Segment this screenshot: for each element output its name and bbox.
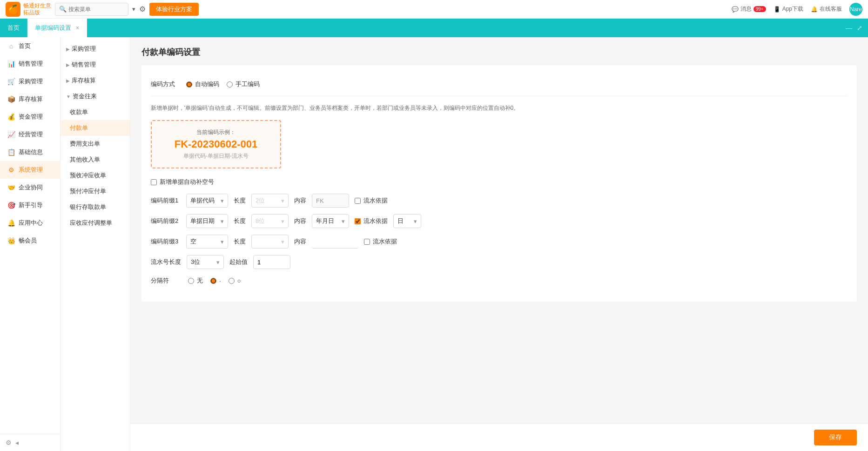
sidebar-bottom: ⚙ ◂ (0, 434, 60, 451)
basic-info-icon: 📋 (7, 148, 15, 156)
separator-dot[interactable]: · (210, 277, 221, 284)
sidebar-item-enterprise[interactable]: 🤝 企业协同 (0, 179, 60, 196)
prefix-3-checkbox-label: 流水依据 (373, 237, 397, 246)
topbar-right: 💬 消息 99+ 📱 App下载 🔔 在线客服 Nare (732, 3, 862, 16)
separator-circle-input[interactable] (229, 278, 235, 284)
prefix-1-length-value: 2位 (256, 196, 265, 205)
sidebar-collapse-btn[interactable]: ◂ (15, 439, 19, 446)
separator-none-label: 无 (197, 276, 203, 285)
prefix-2-checkbox[interactable] (355, 218, 361, 224)
prefix-1-value: 单据代码 (190, 196, 215, 205)
item-receipt[interactable]: 收款单 (61, 104, 130, 120)
content-scrollable: 付款单编码设置 编码方式 自动编码 手工编码 (130, 37, 868, 424)
prefix-1-select[interactable]: 单据代码 (186, 194, 228, 208)
serial-start-label: 起始值 (229, 258, 248, 266)
prefix-2-select[interactable]: 单据日期 (186, 214, 228, 228)
expand-icon[interactable]: ⤢ (857, 24, 862, 32)
sidebar-item-operations[interactable]: 📈 经营管理 (0, 126, 60, 143)
encoding-method-label: 编码方式 (151, 80, 175, 88)
sidebar-item-finance-label: 资金管理 (19, 113, 43, 121)
guide-icon: 🎯 (7, 202, 15, 209)
minimize-icon[interactable]: — (846, 24, 852, 32)
sidebar-item-inventory[interactable]: 📦 库存核算 (0, 90, 60, 108)
prefix-3-length-select[interactable]: ▾ (251, 235, 289, 249)
radio-auto-input[interactable] (186, 81, 192, 88)
separator-none-input[interactable] (188, 278, 194, 284)
item-other-income[interactable]: 其他收入单 (61, 152, 130, 168)
prefix-2-length-value: 8位 (256, 217, 265, 225)
section-sales-label: 销售管理 (72, 61, 96, 69)
prefix-2-length-select[interactable]: 8位 ▾ (251, 214, 289, 228)
tab-close-icon[interactable]: × (76, 25, 79, 31)
messages-label: 消息 (740, 5, 752, 13)
sidebar-item-finance[interactable]: 💰 资金管理 (0, 108, 60, 126)
search-input[interactable] (68, 6, 124, 13)
sidebar-item-guide-label: 新手引导 (19, 201, 43, 209)
settings-icon[interactable]: ⚙ (139, 5, 146, 13)
sidebar-item-member-label: 畅会员 (19, 236, 37, 245)
sidebar-item-guide[interactable]: 🎯 新手引导 (0, 196, 60, 214)
serial-length-select[interactable]: 3位 (187, 255, 224, 269)
notice-text: 新增单据时，'单据编码'自动生成，不可编辑。前缀设置为部门、业务员等档案类，开单… (151, 104, 848, 113)
prefix-row-2: 编码前缀2 单据日期 长度 8位 ▾ 内容 年月日 (151, 214, 848, 228)
prefix-row-3: 编码前缀3 空 长度 ▾ 内容 流水依据 (151, 235, 848, 249)
search-box[interactable]: 🔍 (55, 3, 128, 16)
sidebar-item-basic-info[interactable]: 📋 基础信息 (0, 143, 60, 161)
settings-card: 编码方式 自动编码 手工编码 (141, 65, 857, 302)
radio-manual-input[interactable] (227, 81, 233, 88)
prefix-3-checkbox-group: 流水依据 (364, 237, 397, 246)
sidebar-item-operations-label: 经营管理 (19, 130, 43, 139)
sidebar-nav: ⌂ 首页 📊 销售管理 🛒 采购管理 📦 库存核算 💰 资金管理 📈 经营 (0, 37, 60, 434)
dropdown-icon[interactable]: ▾ (132, 6, 135, 13)
radio-manual[interactable]: 手工编码 (227, 80, 260, 88)
item-expense[interactable]: 费用支出单 (61, 136, 130, 152)
item-pre-receipt-offset[interactable]: 预收冲应收单 (61, 168, 130, 183)
experience-button[interactable]: 体验行业方案 (149, 3, 199, 16)
chevron-right-icon: ▶ (66, 47, 70, 52)
radio-auto[interactable]: 自动编码 (186, 80, 219, 88)
prefix-3-label: 编码前缀3 (151, 237, 181, 246)
purchase-icon: 🛒 (7, 78, 15, 85)
chevron-down-icon-capital: ▼ (66, 94, 71, 99)
sidebar-item-system-label: 系统管理 (19, 166, 43, 174)
prefix-2-day-select[interactable]: 日 (393, 214, 421, 228)
prefix-1-length-select[interactable]: 2位 ▾ (251, 194, 289, 208)
section-sales-header[interactable]: ▶ 销售管理 (61, 57, 130, 73)
radio-manual-label: 手工编码 (236, 80, 260, 88)
sidebar-item-purchase[interactable]: 🛒 采购管理 (0, 73, 60, 90)
save-button[interactable]: 保存 (814, 430, 857, 445)
tab-single-encoding[interactable]: 单据编码设置 × (27, 19, 87, 37)
prefix-1-checkbox[interactable] (355, 198, 361, 204)
separator-dot-input[interactable] (210, 278, 216, 284)
auto-fill-checkbox[interactable] (151, 179, 157, 185)
prefix-3-select[interactable]: 空 (186, 235, 228, 249)
item-payment[interactable]: 付款单 (61, 120, 130, 136)
prefix-3-checkbox[interactable] (364, 239, 370, 245)
sidebar-item-system[interactable]: ⚙ 系统管理 (0, 161, 60, 179)
item-receivable-adjust[interactable]: 应收应付调整单 (61, 215, 130, 231)
separator-circle-label: ○ (237, 277, 241, 284)
separator-circle[interactable]: ○ (229, 277, 241, 284)
separator-none[interactable]: 无 (188, 276, 203, 285)
user-avatar[interactable]: Nare (849, 3, 862, 16)
prefix-2-content-select[interactable]: 年月日 (312, 214, 349, 228)
online-service-button[interactable]: 🔔 在线客服 (811, 5, 842, 13)
item-bank-deposit[interactable]: 银行存取款单 (61, 199, 130, 215)
section-inventory-header[interactable]: ▶ 库存核算 (61, 73, 130, 88)
prefix-3-value: 空 (190, 237, 196, 246)
sidebar-item-home[interactable]: ⌂ 首页 (0, 37, 60, 55)
tab-home[interactable]: 首页 (0, 19, 27, 37)
messages-button[interactable]: 💬 消息 99+ (732, 5, 766, 13)
logo-icon: 🍊 (6, 2, 20, 17)
serial-start-input[interactable] (253, 255, 290, 269)
app-download-button[interactable]: 📱 App下载 (774, 5, 803, 13)
item-pre-payment-offset[interactable]: 预付冲应付单 (61, 183, 130, 199)
sidebar-item-sales[interactable]: 📊 销售管理 (0, 55, 60, 73)
sidebar-settings-btn[interactable]: ⚙ (6, 439, 12, 446)
topbar: 🍊 畅通好生意 拓品版 🔍 ▾ ⚙ 体验行业方案 💬 消息 99+ 📱 App下… (0, 0, 868, 19)
section-purchase-header[interactable]: ▶ 采购管理 (61, 41, 130, 57)
sidebar-item-member[interactable]: 👑 畅会员 (0, 232, 60, 249)
prefix-1-label: 编码前缀1 (151, 196, 181, 205)
sidebar-item-app-center[interactable]: 🔔 应用中心 (0, 214, 60, 232)
section-capital-header[interactable]: ▼ 资金往来 (61, 88, 130, 104)
